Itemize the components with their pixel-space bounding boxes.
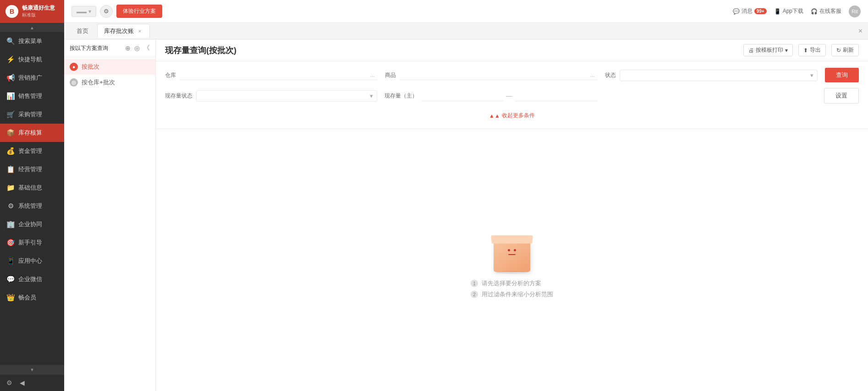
user-avatar-btn[interactable]: Rit [849, 5, 861, 17]
message-btn[interactable]: 💬 消息 99+ [733, 7, 767, 15]
scheme-dot-active: ● [70, 63, 78, 71]
collapse-panel-icon[interactable]: 《 [143, 44, 150, 52]
collapse-text: 收起更多条件 [502, 112, 535, 119]
sidebar-item-vip[interactable]: 👑 畅会员 [0, 288, 64, 307]
user-avatar: Rit [849, 5, 861, 17]
warehouse-input[interactable]: … [180, 71, 378, 80]
sidebar-item-system[interactable]: ⚙ 系统管理 [0, 197, 64, 215]
tab-home[interactable]: 首页 [70, 24, 95, 38]
warehouse-label: 仓库 [165, 71, 180, 79]
sidebar-item-search[interactable]: 🔍 搜索菜单 [0, 32, 64, 50]
topbar: ▬▬ ▾ ⚙ 体验行业方案 💬 消息 99+ 📱 App下载 🎧 在线客服 [64, 0, 868, 23]
inventory-status-select[interactable]: ▾ [196, 90, 377, 102]
sidebar-item-purchase[interactable]: 🛒 采购管理 [0, 105, 64, 124]
sidebar-item-label: 应用中心 [18, 257, 42, 265]
sidebar-item-label: 快捷导航 [18, 55, 42, 64]
sidebar-item-enterprise[interactable]: 🏢 企业协同 [0, 215, 64, 234]
export-btn[interactable]: ⬆ 导出 [798, 44, 826, 56]
scheme-item-by-warehouse-batch[interactable]: ◎ 按仓库+批次 [64, 75, 155, 90]
footer-collapse-icon[interactable]: ◀ [20, 379, 25, 386]
settings-btn[interactable]: 设置 [824, 88, 859, 103]
add-scheme-icon[interactable]: ⊕ [125, 44, 131, 52]
sidebar-item-finance[interactable]: 💰 资金管理 [0, 142, 64, 160]
finance-icon: 💰 [6, 147, 15, 155]
page-title: 现存量查询(按批次) [165, 45, 236, 56]
export-icon: ⬆ [803, 47, 808, 54]
app-download-btn[interactable]: 📱 App下载 [774, 7, 803, 15]
eye-left [508, 249, 510, 251]
refresh-btn[interactable]: ↻ 刷新 [831, 44, 859, 56]
product-input[interactable]: … [400, 71, 598, 80]
tab-close-icon[interactable]: × [137, 28, 143, 34]
inventory-status-label: 现存量状态 [165, 92, 196, 100]
left-panel-actions: ⊕ ◎ 《 [125, 44, 150, 52]
operations-icon: 📋 [6, 165, 15, 174]
status-label: 状态 [605, 71, 620, 79]
hint-num-2: 2 [471, 291, 478, 298]
user-initial: Rit [852, 9, 857, 14]
box-lid [491, 235, 533, 244]
scheme-settings-icon[interactable]: ◎ [134, 44, 140, 52]
topbar-settings-btn[interactable]: ⚙ [100, 5, 113, 18]
sidebar-item-operations[interactable]: 📋 经营管理 [0, 160, 64, 179]
left-panel-title: 按以下方案查询 [70, 44, 108, 52]
sidebar-item-basic-info[interactable]: 📁 基础信息 [0, 179, 64, 197]
online-service-btn[interactable]: 🎧 在线客服 [811, 7, 841, 15]
sidebar-item-label: 资金管理 [18, 147, 42, 155]
box-eyes [508, 249, 516, 251]
quick-nav-icon: ⚡ [6, 55, 15, 64]
sidebar-item-label: 畅会员 [18, 293, 36, 302]
sidebar-item-quick-nav[interactable]: ⚡ 快捷导航 [0, 50, 64, 69]
new-guide-icon: 🎯 [6, 239, 15, 247]
app-title-block: 畅康通好生意 标准版 [22, 5, 55, 18]
vip-icon: 👑 [6, 293, 15, 302]
qty-max-input[interactable] [515, 91, 597, 101]
app-download-label: App下载 [783, 7, 803, 15]
status-select[interactable]: ▾ [620, 70, 818, 81]
tab-batch-account[interactable]: 库存批次账 × [97, 24, 150, 38]
page-header: 现存量查询(按批次) 🖨 按模板打印 ▾ ⬆ 导出 ↻ 刷新 [156, 39, 868, 61]
chevron-down-icon: ▾ [88, 8, 91, 15]
footer-settings-icon[interactable]: ⚙ [6, 379, 12, 386]
sidebar-scroll-down[interactable]: ▼ [0, 365, 64, 374]
tab-batch-account-label: 库存批次账 [104, 27, 134, 35]
inventory-icon: 📦 [6, 129, 15, 137]
print-dropdown-icon: ▾ [785, 47, 788, 54]
topbar-right: 💬 消息 99+ 📱 App下载 🎧 在线客服 Rit [733, 5, 861, 17]
filter-row-2: 现存量状态 ▾ 现存量（主） — [165, 88, 859, 103]
sidebar-item-new-guide[interactable]: 🎯 新手引导 [0, 234, 64, 252]
sidebar-item-label: 新手引导 [18, 239, 42, 247]
print-icon: 🖨 [748, 47, 754, 54]
enterprise-icon: 🏢 [6, 220, 15, 228]
trial-btn[interactable]: 体验行业方案 [116, 5, 162, 18]
sidebar-item-app-center[interactable]: 📱 应用中心 [0, 252, 64, 270]
filter-product: 商品 … [385, 71, 598, 80]
warehouse-dots: … [370, 72, 375, 78]
sidebar-item-inventory[interactable]: 📦 库存核算 [0, 124, 64, 142]
sidebar-item-enterprise-wx[interactable]: 💬 企业微信 [0, 270, 64, 288]
sidebar-scroll-up[interactable]: ▲ [0, 23, 64, 32]
marketing-icon: 📢 [6, 74, 15, 82]
tab-bar-close-btn[interactable]: × [858, 27, 863, 35]
refresh-icon: ↻ [836, 47, 841, 54]
scheme-item-by-batch[interactable]: ● 按批次 [64, 59, 155, 75]
sidebar-header: B 畅康通好生意 标准版 [0, 0, 64, 23]
query-btn[interactable]: 查询 [825, 68, 859, 82]
collapse-bar[interactable]: ▲▲ 收起更多条件 [165, 109, 859, 122]
filter-inventory-status: 现存量状态 ▾ [165, 90, 377, 102]
box-mouth [508, 254, 516, 255]
box-shadow [496, 271, 528, 274]
topbar-breadcrumb[interactable]: ▬▬ ▾ [71, 6, 96, 17]
template-print-btn[interactable]: 🖨 按模板打印 ▾ [743, 44, 793, 56]
inv-status-chevron-icon: ▾ [370, 92, 373, 99]
sidebar-item-marketing[interactable]: 📢 营销推广 [0, 69, 64, 87]
sidebar-item-sales[interactable]: 📊 销售管理 [0, 87, 64, 105]
inventory-qty-label: 现存量（主） [385, 92, 421, 100]
online-service-label: 在线客服 [819, 7, 841, 15]
right-content: 现存量查询(按批次) 🖨 按模板打印 ▾ ⬆ 导出 ↻ 刷新 [156, 39, 868, 391]
qty-min-input[interactable] [421, 91, 503, 101]
app-logo: B [5, 5, 18, 18]
sidebar-item-label: 营销推广 [18, 74, 42, 82]
tab-bar: 首页 库存批次账 × × [64, 23, 868, 39]
scheme-dot-inactive: ◎ [70, 78, 78, 87]
